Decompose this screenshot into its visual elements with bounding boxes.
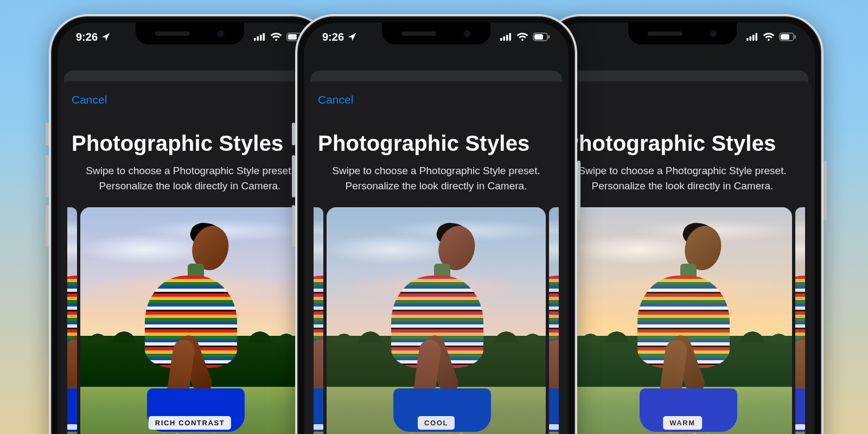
cellular-icon	[746, 33, 758, 41]
location-icon	[101, 32, 111, 42]
wifi-icon	[516, 33, 528, 41]
svg-rect-8	[750, 36, 752, 41]
cellular-icon	[254, 33, 266, 41]
style-carousel[interactable]: RICH CONTRAST	[72, 207, 308, 434]
iphone-frame: 9:26 Cancel Photographic Styles Swipe to…	[295, 14, 577, 434]
svg-rect-13	[795, 35, 796, 39]
cellular-icon	[500, 33, 512, 41]
prev-style-peek[interactable]	[67, 207, 77, 434]
iphone-frame: Photographic Styles Swipe to choose a Ph…	[541, 14, 824, 434]
svg-rect-3	[263, 33, 265, 41]
style-preview-photo	[795, 207, 805, 434]
style-name-badge: RICH CONTRAST	[149, 416, 231, 430]
cancel-button[interactable]: Cancel	[318, 93, 554, 106]
style-preview-photo	[314, 207, 323, 434]
svg-rect-20	[548, 35, 550, 39]
next-style-peek[interactable]	[795, 207, 805, 434]
style-name-badge: COOL	[418, 416, 455, 430]
device-notch	[382, 23, 490, 44]
style-preview-photo: WARM	[573, 207, 792, 434]
svg-rect-0	[254, 38, 256, 41]
style-preview-photo	[549, 207, 559, 434]
svg-rect-7	[746, 38, 749, 41]
page-description: Swipe to choose a Photographic Style pre…	[72, 163, 308, 193]
style-card[interactable]: RICH CONTRAST	[80, 207, 299, 434]
wifi-icon	[763, 33, 775, 41]
wifi-icon	[270, 33, 282, 41]
modal-sheet: Photographic Styles Swipe to choose a Ph…	[552, 81, 813, 434]
svg-rect-15	[503, 36, 506, 41]
svg-rect-5	[288, 34, 297, 40]
style-preview-photo: RICH CONTRAST	[80, 207, 299, 434]
battery-icon	[779, 33, 796, 41]
location-icon	[347, 32, 357, 42]
page-title: Photographic Styles	[72, 131, 308, 156]
svg-rect-14	[500, 38, 502, 41]
style-carousel[interactable]: WARM	[564, 207, 801, 434]
cancel-button[interactable]: Cancel	[72, 93, 308, 106]
status-time: 9:26	[76, 31, 98, 43]
style-name-badge: WARM	[663, 416, 702, 430]
page-title: Photographic Styles	[318, 131, 554, 156]
svg-rect-16	[506, 35, 508, 41]
style-preview-photo	[67, 207, 77, 434]
page-description: Swipe to choose a Photographic Style pre…	[318, 163, 554, 193]
style-carousel[interactable]: COOL	[318, 207, 554, 434]
modal-sheet: Cancel Photographic Styles Swipe to choo…	[306, 81, 566, 434]
modal-sheet: Cancel Photographic Styles Swipe to choo…	[60, 81, 320, 434]
svg-rect-2	[260, 35, 262, 41]
battery-icon	[533, 33, 550, 41]
style-name-badge	[795, 424, 805, 430]
svg-rect-10	[756, 33, 758, 41]
style-card[interactable]: COOL	[327, 207, 546, 434]
style-preview-photo: COOL	[327, 207, 546, 434]
status-time: 9:26	[322, 31, 344, 43]
page-description: Swipe to choose a Photographic Style pre…	[564, 163, 801, 193]
style-name-badge	[67, 424, 77, 430]
svg-rect-19	[534, 34, 543, 40]
style-name-badge	[549, 424, 559, 430]
device-notch	[136, 23, 244, 44]
svg-rect-9	[752, 35, 755, 41]
next-style-peek[interactable]	[549, 207, 559, 434]
svg-rect-17	[509, 33, 512, 41]
prev-style-peek[interactable]	[314, 207, 323, 434]
device-notch	[628, 23, 737, 44]
svg-rect-12	[781, 34, 789, 40]
style-card[interactable]: WARM	[573, 207, 792, 434]
iphone-frame: 9:26 Cancel Photographic Styles Swipe to…	[49, 14, 331, 434]
style-name-badge	[314, 424, 323, 430]
svg-rect-1	[257, 36, 259, 41]
page-title: Photographic Styles	[564, 131, 801, 156]
